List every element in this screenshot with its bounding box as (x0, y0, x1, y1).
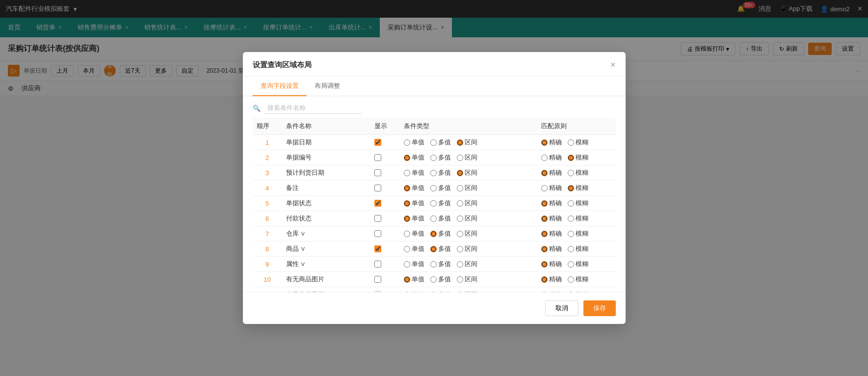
dialog-title: 设置查询区域布局 (253, 60, 312, 70)
dialog-tabs: 查询字段设置 布局调整 (243, 77, 626, 96)
dialog-close-button[interactable]: × (610, 60, 616, 70)
dialog-tab-layout[interactable]: 布局调整 (307, 77, 348, 96)
dialog-header: 设置查询区域布局 × (243, 52, 626, 77)
dialog-overlay: 设置查询区域布局 × 查询字段设置 布局调整 🔍 顺序 条件名称 显示 条件类型 (0, 0, 868, 96)
settings-dialog: 设置查询区域布局 × 查询字段设置 布局调整 🔍 顺序 条件名称 显示 条件类型 (243, 52, 626, 96)
dialog-tab-query-fields[interactable]: 查询字段设置 (253, 77, 307, 96)
